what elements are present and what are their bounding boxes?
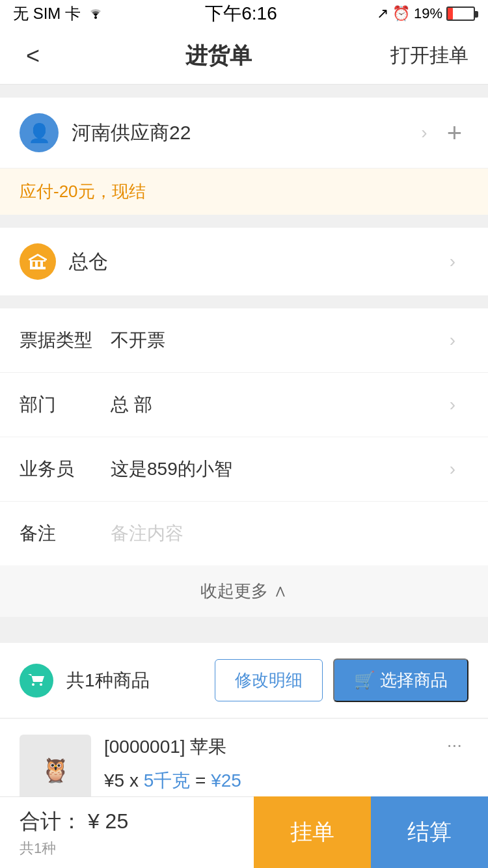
warehouse-card[interactable]: 总仓 › — [0, 228, 488, 295]
supplier-avatar-icon: 👤 — [28, 122, 51, 144]
warehouse-chevron-icon: › — [450, 251, 455, 272]
remark-row[interactable]: 备注 备注内容 — [0, 502, 488, 565]
total-label: 合计： — [20, 809, 82, 833]
back-button[interactable]: < — [20, 36, 46, 76]
remark-input[interactable]: 备注内容 — [111, 521, 468, 546]
multiply-symbol: x — [129, 770, 139, 791]
sales-label: 业务员 — [20, 457, 111, 481]
product-title: 苹果 — [190, 737, 226, 757]
time-display: 下午6:16 — [205, 1, 277, 26]
product-header: 共1种商品 修改明细 🛒 选择商品 — [0, 643, 488, 718]
supplier-card: 👤 河南供应商22 › + 应付-20元，现结 — [0, 98, 488, 215]
total-amount: 合计： ¥ 25 — [20, 807, 234, 836]
open-hang-button[interactable]: 打开挂单 — [390, 42, 468, 69]
invoice-chevron-icon: › — [450, 330, 455, 351]
location-icon: ↗ — [377, 5, 388, 22]
product-count-icon — [20, 664, 53, 698]
credit-notice: 应付-20元，现结 — [0, 169, 488, 215]
bottom-bar: 合计： ¥ 25 共1种 挂单 结算 — [0, 796, 488, 868]
invoice-label: 票据类型 — [20, 328, 111, 353]
product-name: [0000001] 苹果 — [104, 735, 441, 759]
sales-row[interactable]: 业务员 这是859的小智 › — [0, 437, 488, 502]
status-left: 无 SIM 卡 — [13, 3, 105, 24]
section-gap-3 — [0, 617, 488, 630]
product-more-button[interactable]: ··· — [441, 735, 468, 755]
product-thumbnail: 🦉 — [20, 735, 91, 806]
qty-value: 5千克 — [144, 770, 191, 791]
warehouse-icon — [20, 243, 56, 280]
collapse-more-button[interactable]: 收起更多 ∧ — [0, 565, 488, 617]
cart-icon: 🛒 — [354, 670, 375, 690]
product-count-text: 共1种商品 — [66, 668, 215, 693]
select-product-label: 选择商品 — [380, 669, 448, 692]
product-info: [0000001] 苹果 ¥5 x 5千克 = ¥25 — [104, 735, 441, 793]
total-section: 合计： ¥ 25 共1种 — [0, 796, 254, 868]
edit-detail-button[interactable]: 修改明细 — [215, 659, 323, 701]
carrier-text: 无 SIM 卡 — [13, 3, 81, 24]
alarm-icon: ⏰ — [392, 5, 410, 22]
owl-icon: 🦉 — [41, 757, 70, 784]
sales-chevron-icon: › — [450, 459, 455, 480]
remark-label: 备注 — [20, 521, 111, 546]
dept-label: 部门 — [20, 392, 111, 417]
dept-chevron-icon: › — [450, 394, 455, 415]
supplier-name: 河南供应商22 — [72, 120, 421, 146]
warehouse-row[interactable]: 总仓 › — [0, 228, 488, 295]
equals-symbol: = — [195, 770, 206, 791]
status-bar: 无 SIM 卡 下午6:16 ↗ ⏰ 19% — [0, 0, 488, 27]
invoice-row[interactable]: 票据类型 不开票 › — [0, 308, 488, 373]
battery-percentage: 19% — [414, 5, 442, 22]
unit-price: ¥5 — [104, 770, 124, 791]
nav-bar: < 进货单 打开挂单 — [0, 27, 488, 85]
total-value: ¥ 25 — [88, 809, 128, 833]
page-title: 进货单 — [185, 41, 252, 71]
hang-order-button[interactable]: 挂单 — [254, 796, 371, 868]
dept-row[interactable]: 部门 总 部 › — [0, 373, 488, 437]
status-right: ↗ ⏰ 19% — [377, 5, 475, 22]
dept-value: 总 部 — [111, 392, 450, 417]
svg-point-0 — [94, 16, 97, 19]
add-supplier-button[interactable]: + — [441, 118, 468, 148]
checkout-button[interactable]: 结算 — [371, 796, 488, 868]
supplier-chevron-icon: › — [421, 122, 427, 143]
battery-icon — [446, 7, 475, 21]
product-code: [0000001] — [104, 737, 185, 757]
product-price: ¥5 x 5千克 = ¥25 — [104, 768, 441, 793]
total-count: 共1种 — [20, 839, 234, 858]
section-gap-2 — [0, 215, 488, 228]
line-total: ¥25 — [211, 770, 241, 791]
form-section: 票据类型 不开票 › 部门 总 部 › 业务员 这是859的小智 › 备注 备注… — [0, 308, 488, 565]
supplier-avatar: 👤 — [20, 113, 59, 152]
warehouse-name: 总仓 — [69, 249, 450, 275]
sales-value: 这是859的小智 — [111, 457, 450, 481]
select-product-button[interactable]: 🛒 选择商品 — [333, 658, 468, 702]
section-gap-1 — [0, 85, 488, 98]
supplier-row[interactable]: 👤 河南供应商22 › + — [0, 98, 488, 169]
invoice-value: 不开票 — [111, 328, 450, 353]
wifi-icon — [86, 5, 105, 23]
